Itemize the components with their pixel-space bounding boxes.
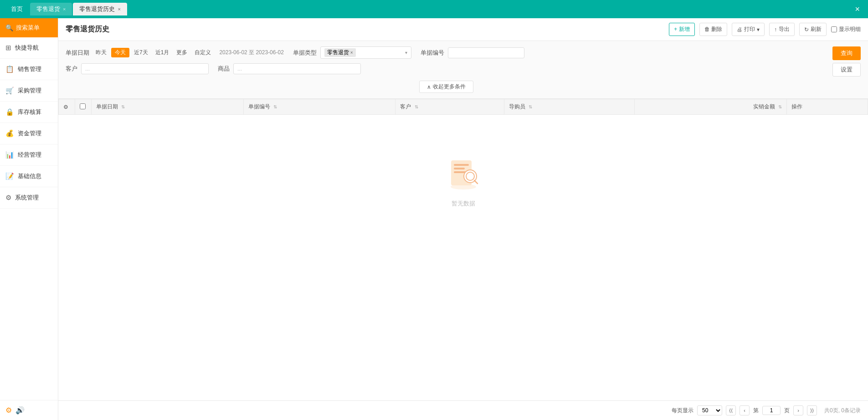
date-filter: 单据日期 昨天 今天 近7天 近1月 更多 自定义 2023-06-02 至 2… — [66, 48, 284, 57]
col-customer-sort: ⇅ — [415, 104, 418, 109]
sidebar-item-purchase-mgmt[interactable]: 🛒 采购管理 — [0, 80, 58, 102]
filter-left: 单据日期 昨天 今天 近7天 近1月 更多 自定义 2023-06-02 至 2… — [66, 46, 827, 93]
sidebar-item-inventory[interactable]: 🔒 库存核算 — [0, 102, 58, 123]
empty-state: 暂无数据 — [59, 115, 868, 244]
refresh-icon: ↻ — [804, 26, 809, 33]
col-checkbox[interactable] — [75, 99, 92, 115]
filter-main: 单据日期 昨天 今天 近7天 近1月 更多 自定义 2023-06-02 至 2… — [66, 46, 861, 93]
new-button[interactable]: + 新增 — [669, 23, 694, 36]
col-doc-date-sort: ⇅ — [121, 104, 125, 109]
print-button[interactable]: 🖨 打印 ▾ — [732, 23, 765, 36]
print-icon: 🖨 — [737, 26, 742, 33]
filter-right: 查询 设置 — [827, 46, 861, 93]
inventory-icon: 🔒 — [5, 108, 14, 116]
tab-retail-return-history[interactable]: 零售退货历史 × — [73, 3, 127, 15]
select-all-checkbox[interactable] — [80, 103, 86, 109]
shortcut-today[interactable]: 今天 — [111, 48, 129, 57]
filter-settings-button[interactable]: 设置 — [832, 63, 861, 77]
sidebar-item-sys-mgmt[interactable]: ⚙ 系统管理 — [0, 187, 58, 209]
filter-row-2: 客户 ... 商品 ... — [66, 63, 827, 74]
shortcut-custom[interactable]: 自定义 — [192, 48, 214, 57]
page-title: 零售退货历史 — [66, 25, 109, 34]
page-input[interactable] — [762, 406, 781, 415]
sidebar-search[interactable]: 🔍 搜索菜单 — [0, 18, 58, 37]
col-customer-label: 客户 — [400, 103, 411, 110]
sidebar-item-inventory-label: 库存核算 — [18, 108, 41, 116]
sidebar-item-operations[interactable]: 📊 经营管理 — [0, 144, 58, 166]
close-window-button[interactable]: × — [851, 5, 863, 14]
operations-icon: 📊 — [5, 151, 14, 159]
page-label: 第 — [753, 407, 759, 415]
col-doc-no-label: 单据编号 — [248, 103, 270, 110]
page-size-select[interactable]: 20 50 100 — [697, 405, 722, 415]
tab-retail-return[interactable]: 零售退货 × — [30, 3, 72, 15]
sidebar-item-operations-label: 经营管理 — [18, 151, 41, 159]
table-settings-icon[interactable]: ⚙ — [63, 104, 68, 110]
date-shortcuts: 昨天 今天 近7天 近1月 更多 自定义 — [93, 48, 214, 57]
col-amount-sort: ⇅ — [778, 104, 782, 109]
customer-input[interactable]: ... — [81, 63, 209, 74]
col-settings[interactable]: ⚙ — [59, 99, 75, 115]
col-doc-no-sort: ⇅ — [273, 104, 277, 109]
top-bar: 首页 零售退货 × 零售退货历史 × × — [0, 0, 868, 18]
print-arrow: ▾ — [757, 26, 760, 33]
goods-placeholder: ... — [237, 66, 242, 72]
svg-rect-3 — [454, 168, 465, 169]
quick-nav-icon: ⊞ — [5, 44, 11, 52]
delete-button[interactable]: 🗑 删除 — [699, 23, 727, 36]
col-amount-label: 实销金额 — [753, 103, 775, 110]
sidebar-item-quick-nav[interactable]: ⊞ 快捷导航 — [0, 37, 58, 59]
shortcut-yesterday[interactable]: 昨天 — [93, 48, 109, 57]
col-amount[interactable]: 实销金额 ⇅ — [635, 99, 787, 115]
goods-input[interactable]: ... — [233, 63, 361, 74]
query-button[interactable]: 查询 — [832, 46, 861, 60]
settings-icon[interactable]: ⚙ — [5, 406, 12, 415]
shortcut-more[interactable]: 更多 — [174, 48, 190, 57]
basic-info-icon: 📝 — [5, 172, 14, 180]
goods-filter: 商品 ... — [218, 63, 361, 74]
shortcut-7days[interactable]: 近7天 — [131, 48, 151, 57]
sidebar-item-sys-mgmt-label: 系统管理 — [15, 194, 39, 202]
doc-type-tag: 零售退货 × — [324, 48, 356, 57]
col-guide[interactable]: 导购员 ⇅ — [504, 99, 635, 115]
last-page-button[interactable]: ⟩⟩ — [807, 405, 817, 415]
empty-icon — [443, 151, 484, 192]
export-button[interactable]: ↑ 导出 — [769, 23, 795, 36]
doc-no-input[interactable] — [448, 47, 524, 58]
tab-retail-return-close[interactable]: × — [63, 7, 66, 12]
empty-text: 暂无数据 — [452, 200, 475, 208]
shortcut-1month[interactable]: 近1月 — [153, 48, 172, 57]
sidebar-item-basic-info-label: 基础信息 — [18, 172, 41, 180]
first-page-button[interactable]: ⟨⟨ — [726, 405, 736, 415]
show-detail-input[interactable] — [831, 26, 837, 32]
customer-filter: 客户 ... — [66, 63, 209, 74]
sound-icon[interactable]: 🔊 — [15, 406, 25, 415]
sidebar-item-basic-info[interactable]: 📝 基础信息 — [0, 166, 58, 187]
total-text: 共0页, 0条记录 — [824, 407, 861, 415]
filter-row-1: 单据日期 昨天 今天 近7天 近1月 更多 自定义 2023-06-02 至 2… — [66, 46, 827, 59]
search-icon: 🔍 — [5, 24, 13, 31]
col-actions-label: 操作 — [791, 103, 802, 110]
refresh-button[interactable]: ↻ 刷新 — [799, 23, 827, 36]
tab-retail-return-label: 零售退货 — [36, 5, 60, 13]
col-customer[interactable]: 客户 ⇅ — [395, 99, 504, 115]
sidebar-item-sales-mgmt-label: 销售管理 — [18, 65, 41, 73]
customer-label: 客户 — [66, 65, 77, 73]
doc-type-input[interactable]: 零售退货 × ▾ — [320, 46, 411, 59]
sidebar-item-finance[interactable]: 💰 资金管理 — [0, 123, 58, 144]
table-header: ⚙ 单据日期 ⇅ 单据编号 ⇅ — [59, 99, 868, 115]
doc-type-tag-label: 零售退货 — [327, 49, 349, 56]
sidebar-item-sales-mgmt[interactable]: 📋 销售管理 — [0, 59, 58, 80]
tab-home[interactable]: 首页 — [5, 3, 29, 15]
doc-type-tag-close[interactable]: × — [350, 50, 353, 55]
show-detail-checkbox[interactable]: 显示明细 — [831, 26, 861, 33]
collapse-button[interactable]: ∧ 收起更多条件 — [419, 81, 473, 93]
doc-no-filter: 单据编号 — [421, 47, 524, 58]
tab-retail-return-history-close[interactable]: × — [118, 7, 120, 12]
sales-mgmt-icon: 📋 — [5, 65, 14, 73]
col-doc-date[interactable]: 单据日期 ⇅ — [92, 99, 244, 115]
next-page-button[interactable]: › — [793, 405, 803, 415]
col-doc-no[interactable]: 单据编号 ⇅ — [243, 99, 395, 115]
prev-page-button[interactable]: ‹ — [740, 405, 750, 415]
doc-no-label: 单据编号 — [421, 49, 444, 57]
